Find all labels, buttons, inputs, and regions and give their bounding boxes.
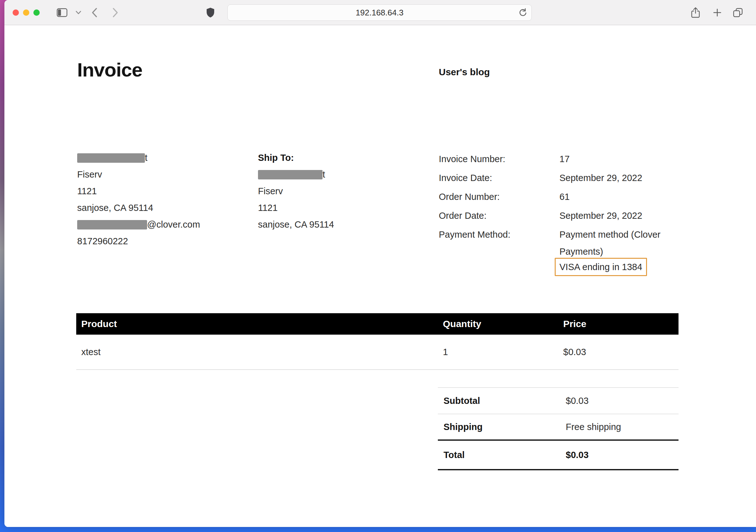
sidebar-toggle-button[interactable] [57,0,68,25]
billing-address2: sanjose, CA 95114 [77,200,200,216]
safari-window: 192.168.64.3 [4,0,756,527]
chevron-down-icon [76,11,81,14]
forward-button[interactable] [112,0,119,25]
blog-name: User's blog [439,67,490,77]
detail-label: Invoice Date: [439,169,559,186]
share-icon [690,7,701,18]
page-title: Invoice [77,59,142,81]
shipping-address2: sanjose, CA 95114 [258,216,334,233]
desktop-background: 192.168.64.3 [0,0,756,532]
detail-value: 17 [559,150,678,167]
total-row: Total $0.03 [438,441,679,470]
shipping-row: Shipping Free shipping [438,414,679,441]
sidebar-icon [57,8,68,17]
url-text: 192.168.64.3 [228,5,531,21]
card-ending-note: VISA ending in 1384 [555,258,647,276]
invoice-document: Invoice User's blog t Fiserv 1121 sanjos… [4,25,756,527]
detail-label: Payment Method: [439,226,559,260]
shield-icon [206,7,215,18]
browser-toolbar: 192.168.64.3 [4,0,756,25]
detail-value: Payment method (Clover Payments) [559,226,678,260]
reload-button[interactable] [518,8,527,19]
new-tab-button[interactable] [713,0,722,25]
billing-address: t Fiserv 1121 sanjose, CA 95114 @clover.… [77,149,200,250]
cell-quantity: 1 [438,347,558,357]
product-table: Product Quantity Price xtest 1 $0.03 [76,313,679,370]
detail-label: Order Number: [439,188,559,205]
privacy-report-button[interactable] [206,0,215,25]
shipping-company: Fiserv [258,183,334,200]
header-product: Product [76,318,438,329]
detail-value: September 29, 2022 [559,169,678,186]
redacted-text [258,170,323,179]
billing-name: t [77,149,200,166]
tab-overview-button[interactable] [733,0,743,25]
billing-phone: 8172960222 [77,233,200,250]
window-controls [13,10,40,16]
back-button[interactable] [91,0,98,25]
subtotal-label: Subtotal [438,396,561,406]
shipping-address: Ship To: t Fiserv 1121 sanjose, CA 95114 [258,149,334,233]
chevron-right-icon [112,8,119,18]
ship-to-heading: Ship To: [258,149,334,166]
tabs-icon [733,8,743,18]
address-bar[interactable]: 192.168.64.3 [228,4,532,21]
total-value: $0.03 [561,450,589,460]
header-quantity: Quantity [438,318,558,329]
minimize-window-button[interactable] [23,10,29,16]
plus-icon [713,8,722,17]
detail-value: 61 [559,188,678,205]
redacted-text [77,220,147,230]
total-label: Total [438,450,561,460]
table-row: xtest 1 $0.03 [76,335,679,370]
billing-address1: 1121 [77,183,200,200]
detail-label: Invoice Number: [439,150,559,167]
cell-price: $0.03 [558,347,679,357]
redacted-text [77,153,145,163]
shipping-name: t [258,166,334,183]
shipping-label: Shipping [438,422,561,432]
totals-table: Subtotal $0.03 Shipping Free shipping To… [438,387,679,470]
detail-value: September 29, 2022 [559,207,678,224]
cell-product: xtest [76,347,438,357]
subtotal-row: Subtotal $0.03 [438,388,679,414]
sidebar-menu-chevron-button[interactable] [76,0,81,25]
shipping-address1: 1121 [258,200,334,216]
header-price: Price [558,318,679,329]
billing-email: @clover.com [77,216,200,233]
close-window-button[interactable] [13,10,19,16]
zoom-window-button[interactable] [33,10,40,16]
billing-company: Fiserv [77,166,200,183]
chevron-left-icon [91,8,98,18]
detail-label: Order Date: [439,207,559,224]
share-button[interactable] [690,0,701,25]
invoice-details: Invoice Number: 17 Invoice Date: Septemb… [439,150,681,260]
subtotal-value: $0.03 [561,396,589,406]
reload-icon [518,8,527,18]
shipping-value: Free shipping [561,422,621,432]
product-table-header: Product Quantity Price [76,313,679,335]
